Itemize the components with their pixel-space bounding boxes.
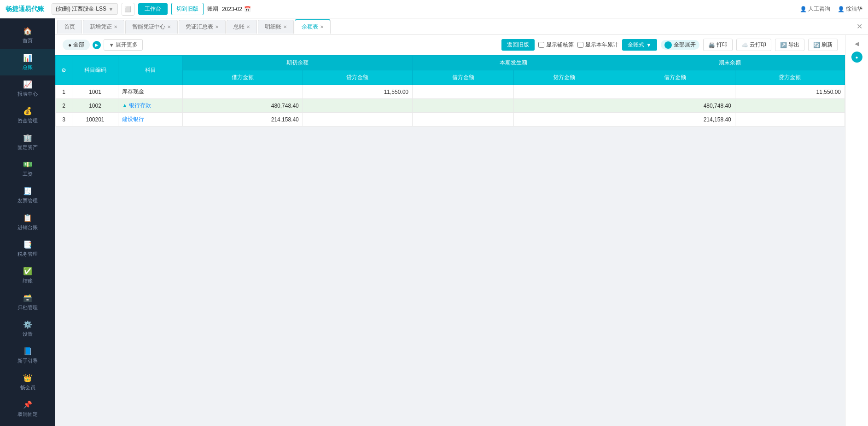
calendar-icon[interactable]: 📅 <box>244 6 251 12</box>
close-tab-balance-sheet[interactable]: ✕ <box>320 24 324 29</box>
switch-version-button[interactable]: 切到旧版 <box>171 3 204 15</box>
human-service-button[interactable]: 👤 人工咨询 <box>800 5 830 13</box>
user-profile-button[interactable]: 👤 徐洁华 <box>838 5 862 13</box>
home-icon: 🏠 <box>23 27 32 35</box>
export-icon: ↗️ <box>780 42 787 48</box>
sidebar-item-unfix[interactable]: 📌 取消固定 <box>0 396 55 422</box>
row-period-credit-cell <box>303 99 412 113</box>
toolbar-right: 返回旧版 显示辅核算 显示本年累计 全账式 ▼ <box>501 39 838 51</box>
fixed-assets-icon: 🏢 <box>23 133 32 142</box>
close-tab-general-ledger[interactable]: ✕ <box>246 24 250 29</box>
expand-row-icon[interactable]: ▲ <box>122 102 128 109</box>
row-end-debit-cell: 480,748.40 <box>615 99 735 113</box>
app-logo: 畅捷通易代账 <box>6 5 44 13</box>
row-period-debit-cell: 214,158.40 <box>183 113 303 127</box>
month-settings-icon[interactable]: ● <box>851 52 862 63</box>
close-all-tabs-button[interactable]: ✕ <box>853 22 866 31</box>
guide-icon: 📘 <box>23 347 32 356</box>
tax-icon: 📑 <box>23 240 32 249</box>
sidebar-item-invoice[interactable]: 🧾 发票管理 <box>0 182 55 209</box>
row-current-credit-cell <box>513 113 615 127</box>
show-auxiliary-checkbox[interactable]: 显示辅核算 <box>538 41 574 49</box>
tab-new-voucher[interactable]: 新增凭证 ✕ <box>83 20 124 34</box>
sidebar-bottom: 👑 畅会员 📌 取消固定 <box>0 369 55 426</box>
expand-chevron-icon: ▼ <box>109 42 114 48</box>
sidebar-item-reports[interactable]: 📈 报表中心 <box>0 75 55 102</box>
row-end-credit-cell: 11,550.00 <box>735 85 845 99</box>
close-tab-voucher-summary[interactable]: ✕ <box>215 24 219 29</box>
current-credit-header: 贷方金额 <box>513 70 615 85</box>
row-current-debit-cell <box>413 99 514 113</box>
sidebar-item-archive[interactable]: 🗃️ 归档管理 <box>0 289 55 316</box>
close-tab-new-voucher[interactable]: ✕ <box>114 24 117 29</box>
sidebar-item-member[interactable]: 👑 畅会员 <box>0 369 55 396</box>
row-period-debit-cell <box>183 85 303 99</box>
table-period-balance-header: 期初余额 <box>183 56 413 70</box>
main-layout: 🏠 首页 📊 总账 📈 报表中心 💰 资金管理 🏢 固定资产 💵 工资 🧾 发票… <box>0 18 868 426</box>
return-old-version-button[interactable]: 返回旧版 <box>501 39 535 51</box>
full-style-button[interactable]: 全账式 ▼ <box>622 39 657 51</box>
export-button[interactable]: ↗️ 导出 <box>775 39 804 51</box>
avatar-icon: 👤 <box>838 6 845 12</box>
sidebar-item-capital[interactable]: 💰 资金管理 <box>0 102 55 129</box>
tab-voucher-summary[interactable]: 凭证汇总表 ✕ <box>179 20 226 34</box>
row-current-credit-cell <box>513 85 615 99</box>
copy-icon[interactable]: ⬜ <box>122 3 134 16</box>
sidebar-item-payroll[interactable]: 💵 工资 <box>0 155 55 182</box>
close-tab-detail-account[interactable]: ✕ <box>283 24 287 29</box>
company-chevron-icon: ▼ <box>108 6 114 12</box>
show-ytd-checkbox[interactable]: 显示本年累计 <box>577 41 618 49</box>
sidebar-item-guide[interactable]: 📘 新手引导 <box>0 342 55 369</box>
right-panel: ◀ ● <box>845 35 868 426</box>
end-debit-header: 借方金额 <box>615 70 735 85</box>
tab-smart-voucher[interactable]: 智能凭证中心 ✕ <box>125 20 178 34</box>
refresh-button[interactable]: 🔄 刷新 <box>808 39 838 51</box>
ytd-checkbox-input[interactable] <box>577 42 583 48</box>
company-selector[interactable]: (勿删) 江西股金-LSS ▼ <box>52 3 118 15</box>
filter-all-pill[interactable]: ● 全部 <box>63 40 90 50</box>
tab-general-ledger[interactable]: 总账 ✕ <box>227 20 257 34</box>
right-panel-expand-icon[interactable]: ◀ <box>853 39 861 49</box>
current-debit-header: 借方金额 <box>413 70 514 85</box>
row-name-cell[interactable]: ▲ 银行存款 <box>118 99 183 113</box>
table-settings-header[interactable]: ⚙ <box>56 56 72 85</box>
table-row: 3100201建设银行214,158.40214,158.40 <box>56 113 845 127</box>
workbench-button[interactable]: 工作台 <box>138 3 168 15</box>
print-button[interactable]: 🖨️ 打印 <box>703 39 733 51</box>
sidebar-item-settings[interactable]: ⚙️ 设置 <box>0 316 55 342</box>
sidebar-item-fixed-assets[interactable]: 🏢 固定资产 <box>0 129 55 155</box>
row-code-cell: 1001 <box>72 85 118 99</box>
tab-home[interactable]: 首页 <box>57 20 82 34</box>
row-name-cell[interactable]: 建设银行 <box>118 113 183 127</box>
end-credit-header: 贷方金额 <box>735 70 845 85</box>
expand-more-button[interactable]: ▼ 展开更多 <box>104 39 143 51</box>
balance-table-container: ⚙ 科目编码 科目 期初余额 本期发生额 期末余额 借方金额 贷方金额 借方金额 <box>55 55 845 426</box>
invoice-icon: 🧾 <box>23 187 32 196</box>
filter-right-arrow[interactable]: ▶ <box>93 41 101 49</box>
settings-icon: ⚙️ <box>23 320 32 329</box>
period-credit-header: 贷方金额 <box>303 70 412 85</box>
cloud-print-button[interactable]: ☁️ 云打印 <box>736 39 771 51</box>
close-tab-smart-voucher[interactable]: ✕ <box>167 24 171 29</box>
account-name-link[interactable]: 建设银行 <box>122 116 144 122</box>
sidebar-item-home[interactable]: 🏠 首页 <box>0 22 55 49</box>
row-end-debit-cell: 214,158.40 <box>615 113 735 127</box>
member-icon: 👑 <box>23 374 32 382</box>
row-code-cell: 1002 <box>72 99 118 113</box>
row-number-cell: 1 <box>56 85 72 99</box>
row-number-cell: 3 <box>56 113 72 127</box>
sidebar-item-general-ledger[interactable]: 📊 总账 <box>0 49 55 75</box>
sidebar-item-closing[interactable]: ✅ 结账 <box>0 262 55 289</box>
row-end-credit-cell <box>735 113 845 127</box>
tab-detail-account[interactable]: 明细账 ✕ <box>258 20 294 34</box>
expand-all-toggle[interactable]: 全部展开 <box>661 40 699 50</box>
row-current-credit-cell <box>513 99 615 113</box>
account-name-link[interactable]: 银行存款 <box>129 102 151 109</box>
table-name-header: 科目 <box>118 56 183 85</box>
tab-bar: 首页 新增凭证 ✕ 智能凭证中心 ✕ 凭证汇总表 ✕ 总账 ✕ 明细账 ✕ <box>55 18 868 35</box>
company-name: (勿删) 江西股金-LSS <box>56 5 106 13</box>
tab-balance-sheet[interactable]: 余额表 ✕ <box>295 19 331 34</box>
sidebar-item-tax[interactable]: 📑 税务管理 <box>0 236 55 262</box>
auxiliary-checkbox-input[interactable] <box>538 42 544 48</box>
sidebar-item-purchase[interactable]: 📋 进销台账 <box>0 209 55 236</box>
